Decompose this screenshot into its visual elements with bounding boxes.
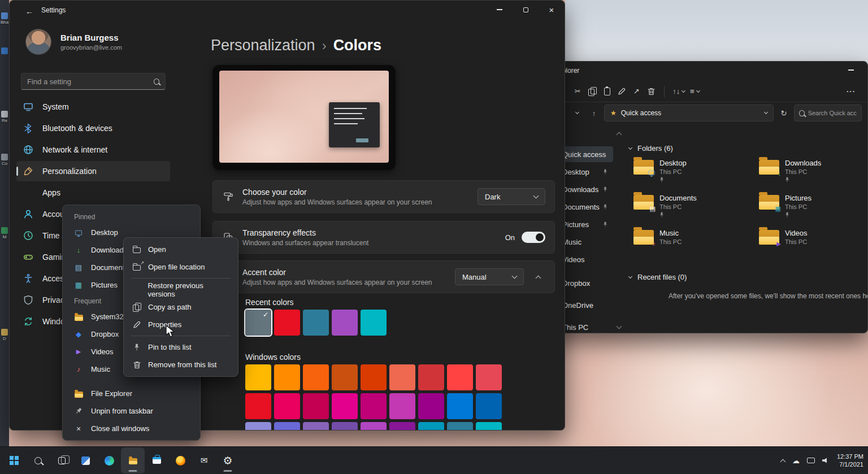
color-swatch[interactable] <box>447 364 473 390</box>
minimize-button[interactable] <box>487 1 513 19</box>
widgets-button[interactable] <box>73 447 97 473</box>
user-profile[interactable]: Brian Burgess groovybrian@live.com <box>25 29 122 55</box>
scroll-down-icon[interactable] <box>617 324 622 329</box>
sidebar-item-personalization[interactable]: Personalization <box>16 161 170 181</box>
up-button[interactable]: ↑ <box>587 109 601 118</box>
desktop-icon[interactable]: D <box>1 329 8 341</box>
taskbar-file-explorer[interactable] <box>121 447 145 473</box>
color-swatch[interactable] <box>274 364 300 390</box>
breadcrumb-parent[interactable]: Personalization <box>211 37 315 54</box>
color-swatch[interactable] <box>361 422 387 430</box>
color-swatch[interactable] <box>447 422 473 430</box>
desktop-icon[interactable]: Co <box>1 154 8 166</box>
desktop-icon[interactable]: Bha <box>1 12 8 25</box>
volume-icon[interactable] <box>822 458 830 464</box>
color-swatch[interactable] <box>389 393 415 419</box>
settings-search[interactable] <box>21 73 166 90</box>
folder-tile-pictures[interactable]: ▦ PicturesThis PC <box>759 192 868 227</box>
sort-button[interactable]: ↑↓ <box>670 87 687 95</box>
context-item-open[interactable]: Open <box>127 241 235 258</box>
color-swatch[interactable] <box>389 364 415 390</box>
recent-files-section-header[interactable]: Recent files (0) <box>629 273 687 281</box>
taskbar-settings[interactable]: ⚙ <box>216 447 240 473</box>
explorer-search[interactable] <box>794 105 862 121</box>
color-swatch[interactable] <box>447 393 473 419</box>
back-button[interactable]: ← <box>22 5 37 18</box>
color-swatch[interactable] <box>476 393 502 419</box>
color-swatch[interactable] <box>245 393 271 419</box>
color-mode-dropdown[interactable]: Dark <box>478 188 545 205</box>
color-swatch[interactable] <box>418 364 444 390</box>
jumplist-item-file-explorer[interactable]: File Explorer <box>66 385 197 402</box>
address-bar[interactable]: ★ Quick access <box>604 105 774 121</box>
desktop-icon[interactable] <box>1 47 8 55</box>
color-swatch-selected[interactable]: ✓ <box>245 310 271 336</box>
search-input[interactable] <box>27 77 149 86</box>
taskbar-edge[interactable] <box>97 447 121 473</box>
folder-tile-music[interactable]: ♪ MusicThis PC <box>633 227 759 262</box>
view-button[interactable]: ≡ <box>687 87 702 95</box>
color-swatch[interactable] <box>332 393 358 419</box>
scroll-up-icon[interactable] <box>617 132 622 138</box>
color-swatch[interactable] <box>303 422 329 430</box>
copy-button[interactable] <box>585 87 600 95</box>
context-item-open-file-location[interactable]: ↗Open file location <box>127 258 235 276</box>
color-swatch[interactable] <box>476 364 502 390</box>
sidebar-item-bluetooth[interactable]: Bluetooth & devices <box>16 118 170 138</box>
desktop-icon[interactable]: Re <box>1 111 8 123</box>
color-swatch[interactable] <box>245 364 271 390</box>
context-item-restore-previous-versions[interactable]: Restore previous versions <box>127 281 235 298</box>
chevron-down-icon[interactable] <box>764 110 768 114</box>
refresh-button[interactable]: ↻ <box>777 109 791 118</box>
jumplist-item-close-all[interactable]: ×Close all windows <box>66 420 197 437</box>
desktop-icon[interactable]: M <box>1 227 8 240</box>
delete-button[interactable] <box>644 88 658 95</box>
maximize-button[interactable] <box>513 1 539 19</box>
transparency-toggle[interactable] <box>522 232 545 243</box>
color-swatch[interactable] <box>361 364 387 390</box>
recent-locations-button[interactable] <box>570 112 584 114</box>
color-swatch[interactable] <box>303 364 329 390</box>
onedrive-cloud-icon[interactable]: ☁ <box>792 456 800 465</box>
color-swatch[interactable] <box>361 310 387 336</box>
folder-tile-desktop[interactable]: DesktopThis PC <box>633 156 759 192</box>
context-item-properties[interactable]: Properties <box>127 316 235 333</box>
cut-button[interactable]: ✂ <box>570 87 585 95</box>
context-item-remove-from-list[interactable]: Remove from this list <box>127 356 235 373</box>
color-swatch[interactable] <box>361 393 387 419</box>
paste-button[interactable] <box>600 88 614 95</box>
sidebar-item-system[interactable]: System <box>16 97 170 117</box>
see-more-button[interactable]: ··· <box>844 87 858 95</box>
folder-tile-videos[interactable]: ▶ VideosThis PC <box>759 227 868 262</box>
color-swatch[interactable] <box>245 422 271 430</box>
color-swatch[interactable] <box>476 422 502 430</box>
color-swatch[interactable] <box>332 310 358 336</box>
scrollbar[interactable] <box>617 131 622 328</box>
color-swatch[interactable] <box>418 393 444 419</box>
sidebar-item-network[interactable]: Network & internet <box>16 140 170 160</box>
color-swatch[interactable] <box>274 393 300 419</box>
color-swatch[interactable] <box>389 422 415 430</box>
search-input[interactable] <box>808 110 857 116</box>
color-swatch[interactable] <box>332 422 358 430</box>
color-swatch[interactable] <box>274 422 300 430</box>
color-swatch[interactable] <box>418 422 444 430</box>
task-view-button[interactable] <box>50 447 73 473</box>
color-swatch[interactable] <box>332 364 358 390</box>
rename-button[interactable] <box>614 88 629 95</box>
color-swatch[interactable] <box>274 310 300 336</box>
accent-color-row[interactable]: Accent color Adjust how apps and Windows… <box>212 260 555 293</box>
context-item-copy-as-path[interactable]: Copy as path <box>127 298 235 316</box>
hidden-icons-button[interactable] <box>780 459 785 464</box>
taskbar-clock[interactable]: 12:37 PM 7/1/2021 <box>837 453 863 469</box>
display-tray-icon[interactable] <box>807 458 815 463</box>
minimize-button[interactable] <box>843 62 860 79</box>
share-button[interactable]: ↗ <box>629 87 644 95</box>
folder-tile-downloads[interactable]: ↓ DownloadsThis PC <box>759 156 868 192</box>
folders-section-header[interactable]: Folders (6) <box>629 144 673 153</box>
taskbar-firefox[interactable] <box>168 447 192 473</box>
taskbar-mail[interactable]: ✉ <box>192 447 216 473</box>
accent-mode-dropdown[interactable]: Manual <box>455 268 524 285</box>
sidebar-item-apps[interactable]: Apps <box>16 182 170 203</box>
collapse-section-button[interactable] <box>531 274 545 280</box>
